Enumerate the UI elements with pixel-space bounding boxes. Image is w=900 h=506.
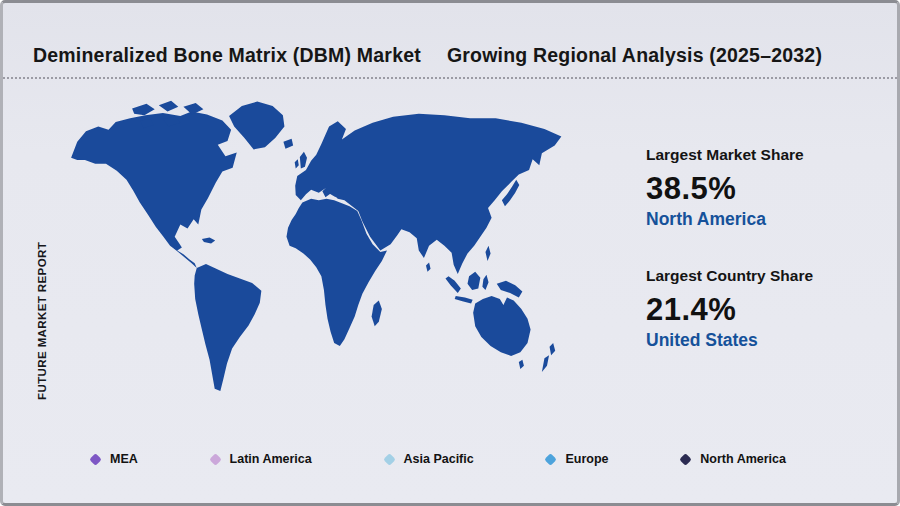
stat-largest-country-share: Largest Country Share 21.4% United State…: [646, 267, 813, 351]
legend-label: Europe: [565, 452, 608, 466]
legend-label: Latin America: [230, 452, 312, 466]
title-part-1: Demineralized Bone Matrix (DBM) Market: [33, 44, 421, 67]
map-australia: [473, 296, 530, 369]
stat-value: 21.4%: [646, 294, 813, 325]
stat-region: United States: [646, 330, 813, 351]
stat-value: 38.5%: [646, 173, 804, 204]
legend-label: Asia Pacific: [404, 452, 474, 466]
map-madagascar: [372, 301, 382, 327]
brand-watermark: FUTURE MARKET REPORT: [36, 244, 48, 398]
legend-item-latin-america: Latin America: [211, 452, 312, 466]
world-map-svg: [67, 97, 567, 397]
map-caribbean: [202, 238, 215, 244]
page-title: Demineralized Bone Matrix (DBM) Market G…: [33, 44, 877, 67]
map-new-zealand: [542, 343, 555, 372]
legend-marker-icon: [383, 453, 396, 466]
legend-marker-icon: [209, 453, 222, 466]
legend-item-north-america: North America: [681, 452, 786, 466]
map-uk-ireland: [295, 152, 307, 169]
legend-marker-icon: [545, 453, 558, 466]
map-north-america: [71, 111, 237, 267]
title-part-2: Growing Regional Analysis (2025–2032): [447, 44, 822, 67]
stat-region: North America: [646, 209, 804, 230]
world-map: [67, 97, 567, 397]
legend: MEALatin AmericaAsia PacificEuropeNorth …: [91, 449, 786, 469]
map-south-america: [194, 264, 261, 391]
legend-marker-icon: [89, 453, 102, 466]
infographic-frame: Demineralized Bone Matrix (DBM) Market G…: [0, 0, 900, 506]
stat-largest-market-share: Largest Market Share 38.5% North America: [646, 146, 804, 230]
legend-label: MEA: [110, 452, 138, 466]
map-iceland: [283, 139, 293, 149]
dotted-separator: [3, 77, 897, 79]
stat-label: Largest Market Share: [646, 146, 804, 164]
stat-label: Largest Country Share: [646, 267, 813, 285]
legend-label: North America: [700, 452, 786, 466]
legend-item-asia-pacific: Asia Pacific: [385, 452, 474, 466]
legend-marker-icon: [679, 453, 692, 466]
map-sri-lanka: [426, 263, 431, 272]
map-greenland: [229, 102, 284, 150]
legend-item-europe: Europe: [546, 452, 608, 466]
legend-item-mea: MEA: [91, 452, 138, 466]
